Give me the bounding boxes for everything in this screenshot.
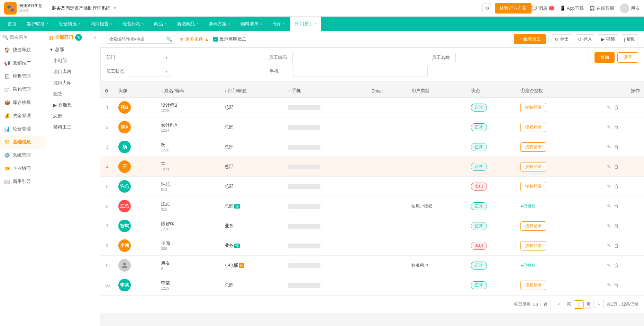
- tree-item-root[interactable]: ▼ 总部: [45, 44, 100, 55]
- online-service-button[interactable]: 🎧 在线客服: [589, 5, 614, 11]
- dropdown-arrow-icon[interactable]: ▼: [113, 6, 117, 10]
- per-page-value[interactable]: 50: [533, 302, 538, 307]
- sidebar-item-guide[interactable]: 📖 新手引导: [0, 175, 45, 188]
- emp-code-input[interactable]: [292, 52, 426, 63]
- nav-item-history[interactable]: 经营历程 ×: [118, 17, 149, 31]
- all-dept-label[interactable]: 全部部门: [55, 34, 73, 41]
- query-button[interactable]: 查询: [595, 52, 615, 63]
- tree-item-xishu[interactable]: 稀树王三: [45, 122, 100, 133]
- add-employee-button[interactable]: + 新增员工: [514, 34, 545, 44]
- sidebar-item-shortcut[interactable]: 🏠 快捷导航: [0, 43, 45, 56]
- import-button[interactable]: ↺ 导入: [575, 34, 595, 44]
- auth-login-button[interactable]: 授权登录: [520, 123, 546, 132]
- dept-select[interactable]: ▼: [130, 52, 171, 63]
- prev-page-button[interactable]: ＜: [554, 300, 564, 309]
- auth-login-button[interactable]: 授权登录: [520, 103, 546, 112]
- nav-item-customer[interactable]: 客户联络 ×: [22, 17, 53, 31]
- tree-item-zongbu[interactable]: 总部: [45, 111, 100, 122]
- more-filters-button[interactable]: ▼ 更多条件 ▲: [179, 36, 209, 42]
- sidebar-item-marketing[interactable]: 📢 营销推广: [0, 56, 45, 70]
- tree-item-project[interactable]: 项目库房: [45, 66, 100, 77]
- col-settings[interactable]: ⚙: [100, 84, 114, 98]
- checkbox-resigned[interactable]: ✓: [213, 37, 218, 42]
- sidebar-item-basic[interactable]: 📁 基础信息: [0, 135, 45, 149]
- nav-close-profit[interactable]: ×: [110, 17, 112, 31]
- nav-item-add-goods[interactable]: 新增商品 ×: [172, 17, 203, 31]
- col-phone[interactable]: ↕ 手机: [284, 84, 367, 98]
- auth-login-button[interactable]: 授权登录: [520, 162, 546, 171]
- auth-login-button[interactable]: 授权登录: [520, 221, 546, 231]
- nav-close-bom[interactable]: ×: [260, 17, 262, 31]
- sidebar-item-purchase[interactable]: 🛒 采购管理: [0, 83, 45, 96]
- edit-dept-icon[interactable]: ✎: [75, 34, 82, 41]
- delete-row-button[interactable]: 🗑: [614, 223, 619, 229]
- collapse-button[interactable]: «: [94, 35, 97, 40]
- phone-input[interactable]: [293, 66, 427, 77]
- nav-item-warehouse[interactable]: 仓库 ×: [267, 17, 290, 31]
- export-button[interactable]: ↻ 导出: [552, 34, 572, 44]
- edit-row-button[interactable]: ✎: [607, 105, 611, 110]
- auth-login-button[interactable]: 授权登录: [520, 182, 546, 191]
- nav-close-warehouse[interactable]: ×: [283, 17, 285, 31]
- edit-row-button[interactable]: ✎: [607, 282, 611, 288]
- sidebar-item-sales[interactable]: 📋 销售管理: [0, 70, 45, 83]
- auth-login-button[interactable]: 授权登录: [520, 241, 546, 250]
- edit-row-button[interactable]: ✎: [607, 243, 611, 248]
- tree-item-peihuo[interactable]: 配货: [45, 88, 100, 99]
- sidebar-item-mgmt[interactable]: 📊 经营管理: [0, 122, 45, 135]
- app-download-button[interactable]: 📱 App下载: [560, 5, 584, 11]
- nav-close-barcode[interactable]: ×: [228, 17, 230, 31]
- col-name[interactable]: ↕ 姓名/编码: [157, 84, 220, 98]
- nav-close-customer[interactable]: ×: [46, 17, 48, 31]
- edit-row-button[interactable]: ✎: [607, 223, 611, 229]
- sidebar-item-inventory[interactable]: 📦 库存核算: [0, 96, 45, 109]
- delete-row-button[interactable]: 🗑: [614, 282, 619, 288]
- sidebar-search[interactable]: 🔍 搜索菜单: [0, 31, 45, 43]
- nav-close-history[interactable]: ×: [142, 17, 144, 31]
- col-dept[interactable]: ↕ 部门/职位: [220, 84, 284, 98]
- edit-row-button[interactable]: ✎: [607, 184, 611, 189]
- emp-status-select[interactable]: ▼: [130, 66, 171, 77]
- nav-item-dept[interactable]: 部门员工 ×: [290, 17, 321, 31]
- emp-name-input[interactable]: [455, 52, 589, 63]
- sidebar-item-system[interactable]: ⚙️ 系统管理: [0, 149, 45, 162]
- show-resigned-toggle[interactable]: ✓ 显示离职员工: [213, 36, 246, 42]
- first-page-button[interactable]: 首: [541, 300, 551, 309]
- auth-login-button[interactable]: 授权登录: [520, 281, 546, 290]
- delete-row-button[interactable]: 🗑: [614, 263, 619, 268]
- search-input[interactable]: [109, 37, 165, 42]
- nav-item-goods[interactable]: 商品 ×: [149, 17, 171, 31]
- nav-item-operation[interactable]: 经营情况 ×: [54, 17, 85, 31]
- edit-row-button[interactable]: ✎: [607, 164, 611, 169]
- delete-row-button[interactable]: 🗑: [614, 164, 619, 169]
- nav-item-home[interactable]: 首页: [3, 17, 21, 31]
- nav-item-barcode[interactable]: 条码方案 ×: [204, 17, 235, 31]
- auth-login-button[interactable]: 授权登录: [520, 142, 546, 152]
- tree-item-shuanglu[interactable]: ▶ 双鹿想: [45, 99, 100, 111]
- nav-close-operation[interactable]: ×: [78, 17, 80, 31]
- edit-row-button[interactable]: ✎: [607, 203, 611, 209]
- view-button[interactable]: ▶ 视频: [598, 34, 618, 44]
- nav-close-goods[interactable]: ×: [164, 17, 166, 31]
- sidebar-item-collab[interactable]: 🤝 企业协同: [0, 162, 45, 175]
- delete-row-button[interactable]: 🗑: [614, 184, 619, 189]
- delete-row-button[interactable]: 🗑: [614, 124, 619, 130]
- filter-settings-button[interactable]: 设置: [617, 52, 638, 63]
- trial-button[interactable]: 体验行业方案: [495, 3, 532, 14]
- delete-row-button[interactable]: 🗑: [614, 105, 619, 110]
- settings-button[interactable]: ⚙: [482, 3, 492, 13]
- nav-item-bom[interactable]: 物料清单 ×: [236, 17, 267, 31]
- delete-row-button[interactable]: 🗑: [614, 243, 619, 248]
- current-page-number[interactable]: 1: [574, 300, 584, 309]
- edit-row-button[interactable]: ✎: [607, 124, 611, 130]
- message-button[interactable]: 💬 消息 5: [532, 5, 554, 11]
- edit-row-button[interactable]: ✎: [607, 263, 611, 268]
- help-button[interactable]: | 帮助: [621, 34, 638, 44]
- nav-close-dept[interactable]: ×: [315, 17, 317, 31]
- user-menu[interactable]: 用友: [620, 3, 640, 13]
- sidebar-item-finance[interactable]: 💰 资金管理: [0, 109, 45, 122]
- nav-item-profit[interactable]: 利润报告 ×: [86, 17, 117, 31]
- nav-close-add-goods[interactable]: ×: [196, 17, 198, 31]
- tree-item-xiaodian[interactable]: 小电部: [45, 55, 100, 66]
- tree-item-shenyang[interactable]: 沈阳大库: [45, 77, 100, 88]
